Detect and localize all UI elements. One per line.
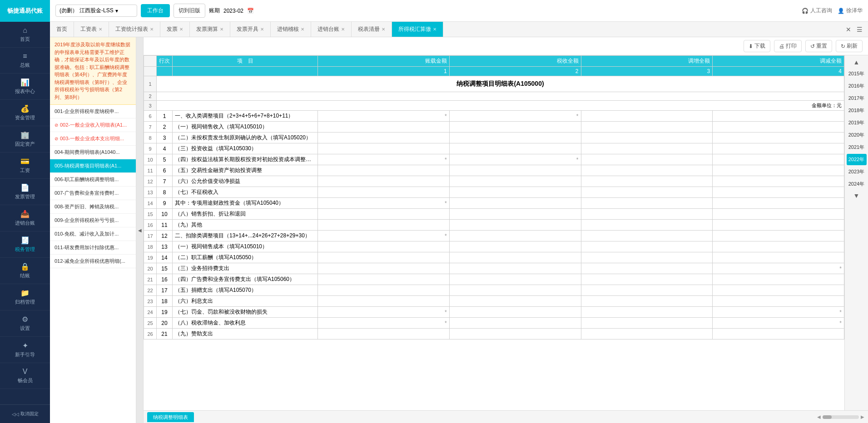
- file-item-f005[interactable]: 005-纳税调整项目明细表(A1...: [50, 159, 136, 173]
- row-col1-18[interactable]: [318, 252, 450, 263]
- row-col1-14[interactable]: [318, 209, 450, 220]
- file-item-f006[interactable]: 006-职工薪酬纳税调整明细...: [50, 173, 136, 187]
- tab-invoice-open[interactable]: 发票开具✕: [230, 22, 271, 37]
- sidebar-item-archive[interactable]: 📁归档管理: [0, 284, 50, 310]
- row-col1-10[interactable]: [318, 165, 450, 176]
- row-col2-16[interactable]: [449, 231, 581, 241]
- sidebar-item-guide[interactable]: ✦新手引导: [0, 337, 50, 363]
- row-col2-7[interactable]: [449, 133, 581, 143]
- row-col2-20[interactable]: [449, 274, 581, 285]
- year-btn-2017[interactable]: 2017年: [847, 93, 867, 104]
- reset-button[interactable]: ↺ 重置: [805, 40, 832, 52]
- company-selector[interactable]: (勿删） 江西股金-LSS ▾: [55, 5, 137, 17]
- tab-close-invoice[interactable]: ✕: [179, 27, 183, 32]
- row-col4-18[interactable]: [713, 252, 844, 263]
- row-col4-16[interactable]: [713, 231, 844, 241]
- tab-import-check[interactable]: 进销稽核✕: [271, 22, 311, 37]
- tab-close-invoice-open[interactable]: ✕: [260, 27, 264, 32]
- download-button[interactable]: ⬇ 下载: [744, 40, 770, 52]
- tab-close-income-tax[interactable]: ✕: [433, 27, 436, 32]
- row-col4-7[interactable]: [713, 133, 844, 143]
- row-col3-15[interactable]: [581, 220, 713, 231]
- row-col3-16[interactable]: [581, 231, 713, 241]
- tab-salary[interactable]: 工资表✕: [74, 22, 109, 37]
- row-col4-14[interactable]: [713, 209, 844, 220]
- row-col2-6[interactable]: [449, 122, 581, 133]
- row-col4-25[interactable]: [713, 329, 844, 339]
- year-up-button[interactable]: ▲: [847, 57, 867, 67]
- row-col1-7[interactable]: [318, 133, 450, 143]
- file-item-f001[interactable]: 001-企业所得税年度纳税申...: [50, 105, 136, 118]
- row-col2-8[interactable]: [449, 143, 581, 154]
- tab-close-import-ledger[interactable]: ✕: [341, 27, 345, 32]
- row-col3-6[interactable]: [581, 122, 713, 133]
- tab-tax-clear[interactable]: 税表清册✕: [352, 22, 392, 37]
- year-down-button[interactable]: ▼: [847, 191, 867, 201]
- row-col1-22[interactable]: [318, 296, 450, 307]
- row-col1-23[interactable]: *: [318, 307, 450, 318]
- row-col4-19[interactable]: *: [713, 263, 844, 274]
- close-all-tabs-button[interactable]: ✕: [844, 25, 853, 34]
- row-col4-5[interactable]: [713, 111, 844, 122]
- tab-invoice[interactable]: 发票✕: [160, 22, 190, 37]
- sidebar-item-close[interactable]: 🔒结账: [0, 258, 50, 284]
- switch-version-button[interactable]: 切到旧版: [174, 4, 205, 18]
- row-col2-11[interactable]: [449, 176, 581, 187]
- year-btn-2018[interactable]: 2018年: [847, 105, 867, 116]
- user-menu[interactable]: 👤 徐泽华: [838, 7, 863, 15]
- row-col2-14[interactable]: [449, 209, 581, 220]
- row-col3-8[interactable]: [581, 143, 713, 154]
- consultant-link[interactable]: 🎧 人工咨询: [802, 7, 832, 15]
- tab-income-tax[interactable]: 所得税汇算缴✕: [392, 22, 443, 37]
- row-col3-13[interactable]: [581, 198, 713, 209]
- row-col3-23[interactable]: [581, 307, 713, 318]
- row-col2-17[interactable]: [449, 241, 581, 252]
- row-col3-18[interactable]: [581, 252, 713, 263]
- row-col3-5[interactable]: [581, 111, 713, 122]
- row-col2-15[interactable]: [449, 220, 581, 231]
- row-col4-6[interactable]: [713, 122, 844, 133]
- row-col3-22[interactable]: [581, 296, 713, 307]
- file-item-f011[interactable]: 011-研发费用加计扣除优惠...: [50, 241, 136, 255]
- row-col1-5[interactable]: *: [318, 111, 450, 122]
- row-col4-24[interactable]: *: [713, 318, 844, 329]
- sidebar-item-import-ledger[interactable]: 📥进销台账: [0, 205, 50, 231]
- file-item-f009[interactable]: 009-企业所得税税补亏亏损...: [50, 214, 136, 227]
- row-col3-11[interactable]: [581, 176, 713, 187]
- row-col1-24[interactable]: *: [318, 318, 450, 329]
- file-item-f004[interactable]: 004-期间费用明细表(A1040...: [50, 146, 136, 159]
- row-col4-12[interactable]: [713, 187, 844, 198]
- tab-close-tax-clear[interactable]: ✕: [382, 27, 385, 32]
- row-col1-15[interactable]: [318, 220, 450, 231]
- year-btn-2024[interactable]: 2024年: [847, 178, 867, 190]
- row-col1-6[interactable]: [318, 122, 450, 133]
- row-col3-7[interactable]: [581, 133, 713, 143]
- sidebar-item-fixed[interactable]: 🏢固定资产: [0, 126, 50, 152]
- row-col2-12[interactable]: [449, 187, 581, 198]
- year-btn-2019[interactable]: 2019年: [847, 117, 867, 128]
- row-col2-19[interactable]: [449, 263, 581, 274]
- row-col2-13[interactable]: [449, 198, 581, 209]
- row-col3-24[interactable]: [581, 318, 713, 329]
- year-btn-2022[interactable]: 2022年: [847, 154, 867, 165]
- year-btn-2020[interactable]: 2020年: [847, 129, 867, 141]
- row-col1-9[interactable]: *: [318, 154, 450, 165]
- year-btn-2015[interactable]: 2015年: [847, 68, 867, 79]
- file-item-f012[interactable]: 012-减免企业所得税优惠明细(...: [50, 255, 136, 268]
- file-item-f002[interactable]: ⊘002-一般企业收入明细表(A1...: [50, 118, 136, 132]
- sidebar-item-home[interactable]: ⌂首页: [0, 22, 50, 48]
- row-col1-13[interactable]: *: [318, 198, 450, 209]
- tabs-menu-button[interactable]: ☰: [855, 25, 864, 34]
- unfix-button[interactable]: ◁◁ 取消固定: [4, 408, 46, 419]
- row-col3-9[interactable]: [581, 154, 713, 165]
- row-col4-13[interactable]: [713, 198, 844, 209]
- row-col2-5[interactable]: *: [449, 111, 581, 122]
- row-col4-8[interactable]: [713, 143, 844, 154]
- row-col1-25[interactable]: [318, 329, 450, 339]
- row-col4-10[interactable]: [713, 165, 844, 176]
- collapse-panel-button[interactable]: ◀: [136, 37, 144, 423]
- row-col3-19[interactable]: [581, 263, 713, 274]
- bottom-tab-tax-adjust[interactable]: 纳税调整明细表: [147, 412, 194, 422]
- print-button[interactable]: 🖨 打印: [774, 40, 802, 52]
- year-btn-2023[interactable]: 2023年: [847, 166, 867, 177]
